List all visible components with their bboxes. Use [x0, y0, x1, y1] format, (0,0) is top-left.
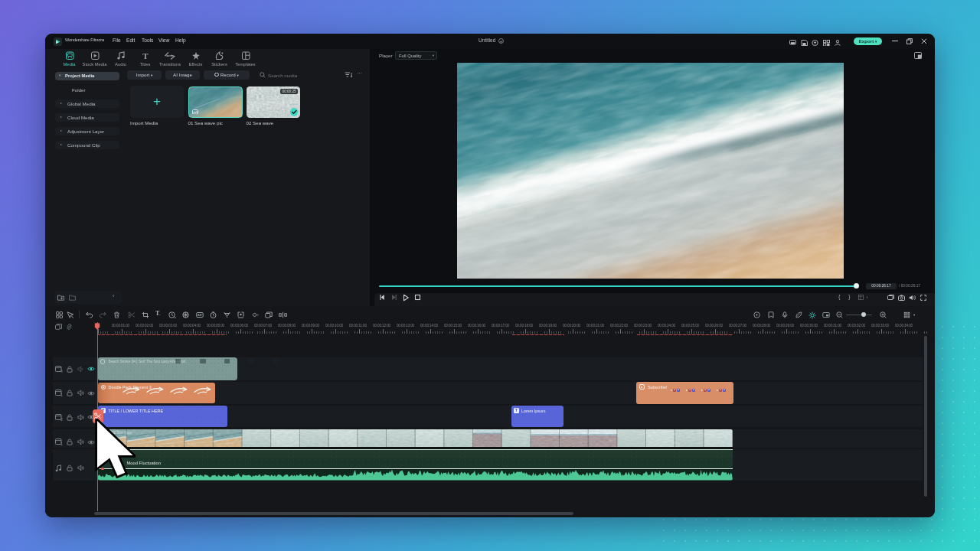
svg-text:4: 4 — [60, 370, 63, 373]
svg-text:2: 2 — [60, 418, 63, 421]
svg-text:T: T — [142, 51, 149, 60]
svg-text:1: 1 — [60, 393, 63, 396]
svg-text:1: 1 — [60, 442, 63, 445]
